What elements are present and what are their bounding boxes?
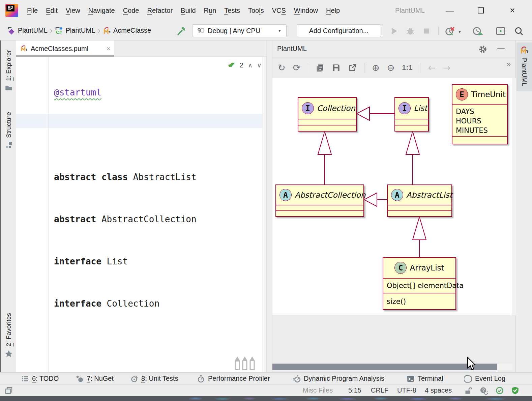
zoom-out-icon[interactable]: ⊖ <box>387 62 395 73</box>
mouse-cursor <box>467 357 477 371</box>
class-stereotype-icon: C <box>394 262 407 274</box>
menu-build[interactable]: Build <box>177 7 200 15</box>
chevron-down-icon[interactable]: ▼ <box>458 30 462 34</box>
toolbar-separator <box>364 63 364 73</box>
window-maximize-button[interactable] <box>471 0 490 21</box>
toolwindow-tab-event-log[interactable]: Event Log <box>464 373 505 384</box>
prev-problem-icon[interactable]: ∧ <box>248 61 253 69</box>
code-analysis-status-icon[interactable]: ? <box>479 386 488 395</box>
puml-file-icon <box>20 45 28 52</box>
bottom-toolwindow-bar: 6: TODO 7: NuGet 8: Unit Tests Performan… <box>0 372 532 384</box>
status-encoding[interactable]: UTF-8 <box>397 385 416 396</box>
build-hammer-icon[interactable] <box>176 26 187 36</box>
toolwindow-tab-favorites[interactable]: 2: Favorites <box>1 313 16 358</box>
toolwindow-tab-todo[interactable]: 6: TODO <box>21 373 59 384</box>
code-area[interactable]: @startuml abstract class AbstractList ab… <box>54 58 239 401</box>
menu-vcs[interactable]: VCS <box>268 7 290 15</box>
breadcrumb-solution[interactable]: PlantUML <box>18 27 48 34</box>
status-caret-position[interactable]: 5:15 <box>348 385 361 396</box>
menu-help[interactable]: Help <box>322 7 344 15</box>
uml-enum-values: DAYS HOURS MINUTES <box>452 104 507 136</box>
gear-icon[interactable] <box>478 45 487 54</box>
search-icon[interactable] <box>514 26 524 36</box>
unlock-icon[interactable] <box>464 386 472 395</box>
editor-scrollbar[interactable] <box>262 57 266 372</box>
run-anything-icon[interactable] <box>496 26 506 36</box>
uml-class-abstractcollection[interactable]: A AbstractCollection <box>275 184 364 217</box>
profiler-icon[interactable] <box>444 26 455 36</box>
window-close-button[interactable]: × <box>503 0 522 21</box>
run-configuration-dropdown[interactable]: Debug | Any CPU ▼ <box>192 24 287 37</box>
toolwindow-tab-terminal[interactable]: Terminal <box>407 373 443 384</box>
toolwindow-tab-explorer[interactable]: 1: Explorer <box>1 50 16 92</box>
uml-class-collection[interactable]: I Collection <box>298 97 357 132</box>
status-indent[interactable]: 4 spaces <box>425 385 452 396</box>
code-line: abstract AbstractCollection <box>54 212 239 227</box>
menu-tests[interactable]: Tests <box>220 7 244 15</box>
menu-window[interactable]: Window <box>290 7 322 15</box>
toolwindow-tab-unit-tests[interactable]: 8: Unit Tests <box>130 373 178 384</box>
more-actions-icon[interactable]: » <box>507 60 511 69</box>
toolwindow-tab-plantuml[interactable]: PlantUML <box>516 42 532 91</box>
breadcrumb: PlantUML › C# PlantUML › AcmeClasse <box>7 21 151 40</box>
zoom-in-icon[interactable]: ⊕ <box>372 62 380 73</box>
splitter[interactable] <box>266 40 272 372</box>
todo-label: 6: TODO <box>32 375 59 382</box>
add-configuration-label: Add Configuration... <box>309 27 369 35</box>
stopwatch-icon <box>197 375 205 383</box>
close-icon[interactable]: × <box>107 45 111 53</box>
toolwindow-tab-nuget[interactable]: 7: NuGet <box>76 373 114 384</box>
puml-file-icon <box>103 27 111 35</box>
status-line-ending[interactable]: CRLF <box>371 385 388 396</box>
toolwindow-tab-dynamic-program-analysis[interactable]: Dynamic Program Analysis <box>293 373 384 384</box>
interface-stereotype-icon: I <box>398 102 411 114</box>
hide-panel-icon[interactable]: — <box>497 44 505 53</box>
inspection-widget[interactable]: ✔✔ 2 ∧ ∨ <box>228 61 262 69</box>
zoom-actual-size[interactable]: 1:1 <box>402 64 413 71</box>
profile-history-icon[interactable] <box>472 26 483 36</box>
menu-code[interactable]: Code <box>119 7 143 15</box>
export-diagram-icon[interactable] <box>348 63 357 72</box>
breadcrumb-file[interactable]: AcmeClasse <box>113 27 151 34</box>
reload-icon[interactable]: ⟳ <box>293 62 301 73</box>
interface-stereotype-icon: I <box>302 102 314 114</box>
editor[interactable]: @startuml abstract class AbstractList ab… <box>16 57 266 372</box>
code-line: interface List <box>54 255 239 269</box>
toolwindow-tab-structure[interactable]: Structure <box>1 112 16 149</box>
toolwindow-tab-performance-profiler[interactable]: Performance Profiler <box>197 373 270 384</box>
refresh-icon[interactable]: ↻ <box>278 62 286 73</box>
menu-view[interactable]: View <box>62 7 84 15</box>
copy-diagram-icon[interactable] <box>316 63 324 72</box>
left-toolwindow-bar: 1: Explorer Structure 2: Favorites <box>0 40 16 372</box>
diagram-vertical-scrollbar[interactable] <box>512 78 516 315</box>
menu-file[interactable]: File <box>23 7 42 15</box>
chevron-right-icon: › <box>97 25 100 36</box>
editor-tab-acmeclasses[interactable]: AcmeClasses.puml × <box>16 40 114 57</box>
uml-class-name: List <box>414 104 427 113</box>
next-problem-icon[interactable]: ∨ <box>257 61 262 69</box>
uml-class-abstractlist[interactable]: A AbstractList <box>387 184 452 217</box>
uml-class-arraylist[interactable]: C ArrayList Object[] elementData size() <box>383 257 456 310</box>
save-diagram-icon[interactable] <box>332 63 341 72</box>
enum-stereotype-icon: E <box>456 88 468 101</box>
menu-refactor[interactable]: Refactor <box>143 7 177 15</box>
shield-check-icon[interactable] <box>511 386 519 395</box>
uml-field: Object[] elementData <box>383 278 455 293</box>
svg-text:C#: C# <box>56 30 62 35</box>
toolwindow-switcher-icon[interactable] <box>5 386 13 395</box>
unit-tests-label: 8: Unit Tests <box>141 375 178 382</box>
menu-tools[interactable]: Tools <box>244 7 268 15</box>
menu-edit[interactable]: Edit <box>42 7 61 15</box>
favorites-tab-label: 2: Favorites <box>5 313 12 346</box>
inspections-ok-status-icon[interactable] <box>496 386 504 395</box>
breadcrumb-project[interactable]: PlantUML <box>65 27 95 34</box>
scrollbar-thumb[interactable] <box>272 364 497 370</box>
uml-class-header: E TimeUnit <box>452 85 507 104</box>
uml-enum-timeunit[interactable]: E TimeUnit DAYS HOURS MINUTES <box>452 84 508 144</box>
add-configuration-button[interactable]: Add Configuration... <box>297 24 381 37</box>
menu-run[interactable]: Run <box>200 7 220 15</box>
titlebar: RD File Edit View Navigate Code Refactor… <box>0 0 532 21</box>
uml-class-list[interactable]: I List <box>394 97 429 132</box>
menu-navigate[interactable]: Navigate <box>84 7 119 15</box>
window-minimize-button[interactable]: — <box>440 0 459 21</box>
